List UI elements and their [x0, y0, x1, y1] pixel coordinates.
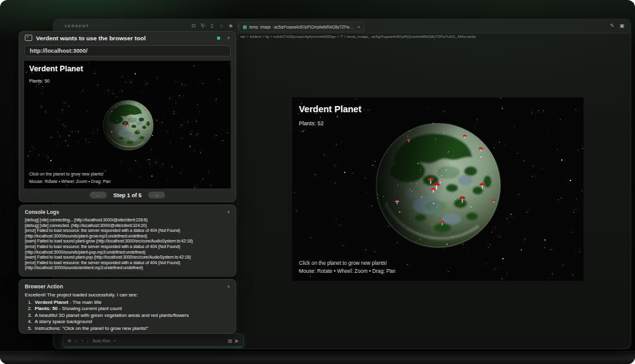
- star: [149, 164, 150, 164]
- prev-step-button[interactable]: ←: [90, 192, 107, 198]
- star: [560, 119, 561, 120]
- star: [184, 95, 185, 97]
- star: [417, 163, 419, 164]
- console-log-line: [warn] Failed to load sound plant-grow (…: [25, 239, 230, 244]
- star: [199, 112, 200, 112]
- star: [296, 211, 297, 211]
- star: [582, 190, 582, 191]
- collapse-chevron-icon[interactable]: ∧: [227, 210, 230, 215]
- star: [182, 84, 183, 85]
- star: [151, 175, 153, 177]
- star: [88, 63, 89, 63]
- star: [320, 117, 321, 118]
- star: [499, 269, 500, 269]
- browser-action-header[interactable]: Browser Action ∧: [19, 280, 236, 290]
- home-icon[interactable]: ⌂: [218, 22, 224, 30]
- star: [117, 120, 117, 121]
- collapse-chevron-icon[interactable]: ∧: [227, 35, 230, 40]
- star: [64, 102, 64, 103]
- star: [146, 84, 146, 85]
- send-icon[interactable]: ▶: [235, 338, 239, 344]
- star: [375, 252, 376, 253]
- star: [42, 86, 43, 87]
- star: [510, 214, 512, 215]
- star: [575, 252, 576, 254]
- browser-tool-icon: [25, 35, 32, 41]
- device-icon[interactable]: ▯: [209, 22, 215, 30]
- star: [198, 133, 198, 134]
- planet-3d[interactable]: [374, 121, 503, 250]
- star: [172, 167, 172, 167]
- star: [203, 83, 203, 84]
- file-tab-label: temp_image_-ac5grFogwa4o5OpPjQmpfwtbRklQ…: [249, 25, 353, 29]
- star: [175, 81, 175, 82]
- planet-preview-canvas[interactable]: Verdent Planet Plants: 50 Click on the p…: [24, 61, 231, 189]
- chat-composer[interactable]: ⊕ ⌂ ◔ Auto Run ∧ ▦ ▶: [63, 334, 244, 347]
- planet-3d-preview[interactable]: [102, 99, 154, 151]
- star: [473, 206, 474, 207]
- star: [502, 108, 503, 109]
- panel-icon[interactable]: ▣: [619, 22, 624, 30]
- add-icon[interactable]: ⊕: [68, 338, 71, 344]
- star: [102, 177, 103, 179]
- star: [532, 176, 533, 177]
- collapse-chevron-icon[interactable]: ∧: [227, 284, 230, 289]
- star: [383, 196, 384, 197]
- star: [524, 160, 525, 161]
- star: [29, 76, 30, 77]
- star: [79, 176, 79, 177]
- star: [169, 99, 170, 99]
- star: [311, 237, 312, 239]
- file-tab[interactable]: temp_image_-ac5grFogwa4o5OpPjQmpfwtbRklQ…: [239, 22, 365, 32]
- star: [66, 185, 67, 185]
- star: [179, 95, 180, 96]
- star: [151, 149, 151, 149]
- next-step-button[interactable]: →: [148, 192, 165, 198]
- star: [137, 138, 138, 138]
- console-log-lines: [debug] [vite] connecting... (http://loc…: [25, 218, 230, 271]
- desktop-screen: VERDENT ⊡↻▯⌂◈◷◍ temp_image_-ac5grFogwa4o…: [0, 0, 635, 364]
- star: [200, 153, 201, 153]
- star: [89, 142, 89, 143]
- star: [512, 117, 512, 117]
- star: [535, 115, 536, 116]
- preview-instruction: Click on the planet to grow new plants!: [29, 172, 104, 176]
- star: [521, 249, 522, 251]
- star: [298, 113, 299, 114]
- star: [63, 124, 64, 125]
- star: [366, 249, 366, 250]
- home-icon[interactable]: ⌂: [74, 338, 78, 344]
- console-logs-header[interactable]: Console Logs ∧: [19, 205, 236, 215]
- screenshot-icon[interactable]: ⊡: [190, 22, 197, 30]
- star: [541, 168, 542, 169]
- star: [514, 127, 515, 128]
- breadcrumb: var > folders > fg > svkdr27s20jcnspic4g…: [240, 34, 624, 38]
- history-icon[interactable]: ◔: [81, 338, 84, 344]
- console-log-line: [error] Failed to load resource: the ser…: [25, 228, 230, 239]
- star: [48, 158, 48, 158]
- star: [301, 131, 302, 132]
- edit-icon[interactable]: ✎: [610, 22, 615, 30]
- star: [36, 86, 37, 87]
- star: [336, 218, 337, 220]
- console-log-line: [debug] [vite] connected. (http://localh…: [25, 223, 230, 229]
- tab-close-icon[interactable]: ×: [357, 24, 360, 30]
- star: [158, 78, 158, 79]
- star: [97, 84, 98, 85]
- action-list-item: 1.Verdent Planet - The main title: [28, 300, 230, 306]
- star: [500, 98, 501, 99]
- star: [113, 94, 113, 94]
- refresh-icon[interactable]: ↻: [200, 22, 206, 30]
- image-icon[interactable]: ▦: [228, 338, 232, 344]
- console-logs-title: Console Logs: [25, 209, 224, 215]
- star: [575, 109, 576, 110]
- star: [45, 112, 46, 112]
- star: [420, 239, 420, 240]
- auto-run-selector[interactable]: Auto Run: [92, 339, 110, 343]
- console-log-line: [warn] Failed to load sound plant-pop (h…: [25, 255, 230, 260]
- url-input[interactable]: [24, 45, 231, 56]
- star: [190, 132, 190, 133]
- star: [365, 178, 366, 179]
- pin-icon[interactable]: ◈: [228, 22, 234, 30]
- planet-viewer-canvas[interactable]: Verdent Planet Plants: 52 Click on the p…: [292, 97, 584, 281]
